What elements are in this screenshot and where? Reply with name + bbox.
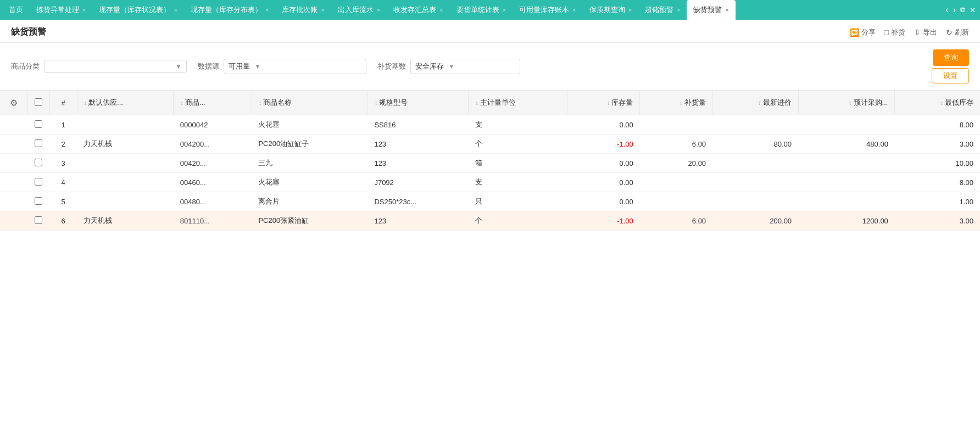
row-checkbox-1[interactable] [35, 139, 42, 147]
tab-close-expiry-query[interactable]: × [628, 7, 632, 13]
tab-inventory-dist[interactable]: 现存量（库存分布表）× [184, 0, 275, 20]
row-check-0 [27, 115, 49, 135]
tab-home[interactable]: 首页 [2, 0, 30, 20]
tab-label-home: 首页 [9, 5, 23, 15]
row-setting-4 [0, 192, 27, 211]
row-name-3: 火花塞 [252, 173, 368, 192]
row-unit-1: 个 [469, 135, 567, 154]
row-setting-0 [0, 115, 27, 135]
row-latest-price-3 [712, 173, 798, 192]
th-stock[interactable]: 库存量 [567, 91, 640, 115]
row-checkbox-4[interactable] [35, 197, 42, 205]
row-latest-price-0 [712, 115, 798, 135]
tab-close-order-stats[interactable]: × [503, 7, 506, 13]
row-setting-1 [0, 135, 27, 154]
datasource-select[interactable]: 可用量 ▼ [224, 59, 366, 74]
th-spec[interactable]: 规格型号 [368, 91, 468, 115]
row-replenish-qty-3 [640, 173, 712, 192]
replenish-icon: □ [884, 28, 889, 37]
tab-inout-flow[interactable]: 出入库流水× [331, 0, 387, 20]
datasource-filter-group: 数据源 可用量 ▼ [198, 59, 366, 74]
tab-close-all-btn[interactable]: ✕ [967, 0, 978, 20]
th-product-name[interactable]: 商品名称 [252, 91, 368, 115]
filter-bar: 商品分类 ▼ 数据源 可用量 ▼ 补货基数 安全库存 ▼ 查询 设置 [0, 43, 980, 91]
tab-restore-btn[interactable]: ⧉ [958, 0, 967, 20]
row-stock-3: 0.00 [567, 173, 640, 192]
row-stock-2: 0.00 [567, 154, 640, 173]
row-replenish-qty-2: 20.00 [640, 154, 712, 173]
th-replenish-qty[interactable]: 补货量 [640, 91, 712, 115]
row-name-2: 三九 [252, 154, 368, 173]
tab-prev-btn[interactable]: ‹ [943, 0, 950, 20]
th-latest-price[interactable]: 最新进价 [712, 91, 798, 115]
column-setting-icon[interactable]: ⚙ [7, 96, 20, 109]
row-supplier-2 [77, 154, 174, 173]
share-button[interactable]: 🔁 分享 [850, 27, 876, 37]
row-code-5: 801110... [174, 211, 252, 231]
replenish-base-value: 安全库存 [415, 61, 444, 71]
th-default-supplier[interactable]: 默认供应... [77, 91, 174, 115]
tab-overstock[interactable]: 超储预警× [638, 0, 687, 20]
th-product-code[interactable]: 商品... [174, 91, 252, 115]
tab-close-collect-summary[interactable]: × [439, 7, 443, 13]
row-min-stock-2: 10.00 [895, 154, 980, 173]
tab-close-exception[interactable]: × [82, 7, 86, 13]
row-unit-2: 箱 [469, 154, 567, 173]
th-unit[interactable]: 主计量单位 [469, 91, 567, 115]
tab-next-btn[interactable]: › [951, 0, 958, 20]
tab-shortage[interactable]: 缺货预警× [687, 0, 735, 20]
tab-label-overstock: 超储预警 [645, 5, 673, 15]
setting-button[interactable]: 设置 [932, 68, 969, 83]
row-spec-3: J7092 [368, 173, 468, 192]
tab-close-shortage[interactable]: × [725, 7, 728, 13]
th-est-purchase[interactable]: 预计采购... [798, 91, 895, 115]
export-button[interactable]: ⇩ 导出 [914, 27, 937, 37]
row-checkbox-5[interactable] [35, 216, 42, 224]
row-spec-1: 123 [368, 135, 468, 154]
th-setting: ⚙ [0, 91, 27, 115]
query-button[interactable]: 查询 [933, 49, 969, 66]
th-min-stock[interactable]: 最低库存 [895, 91, 980, 115]
row-setting-5 [0, 211, 27, 231]
row-min-stock-1: 3.00 [895, 135, 980, 154]
tab-close-inventory-status[interactable]: × [174, 7, 177, 13]
row-checkbox-0[interactable] [35, 120, 42, 128]
row-checkbox-3[interactable] [35, 178, 42, 186]
replenish-button[interactable]: □ 补货 [884, 27, 905, 37]
table-row: 5 00480... 离合片 DS250*23c... 只 0.00 1.00 [0, 192, 980, 211]
row-code-4: 00480... [174, 192, 252, 211]
tab-close-overstock[interactable]: × [677, 7, 680, 13]
row-replenish-qty-0 [640, 115, 712, 135]
row-code-1: 004200... [174, 135, 252, 154]
refresh-icon: ↻ [946, 28, 953, 37]
row-unit-5: 个 [469, 211, 567, 231]
replenish-filter-group: 补货基数 安全库存 ▼ [377, 59, 520, 74]
tab-expiry-query[interactable]: 保质期查询× [583, 0, 638, 20]
row-replenish-qty-5: 6.00 [640, 211, 712, 231]
replenish-select[interactable]: 安全库存 ▼ [410, 59, 520, 74]
refresh-button[interactable]: ↻ 刷新 [946, 27, 969, 37]
row-checkbox-2[interactable] [35, 159, 42, 166]
tab-label-inventory-dist: 现存量（库存分布表） [191, 5, 262, 15]
tab-batch-account[interactable]: 库存批次账× [275, 0, 331, 20]
category-select[interactable]: ▼ [44, 60, 187, 73]
tab-label-exception: 拣货异常处理 [36, 5, 79, 15]
row-code-3: 00460... [174, 173, 252, 192]
row-check-4 [27, 192, 49, 211]
tab-exception[interactable]: 拣货异常处理× [30, 0, 92, 20]
page-title: 缺货预警 [11, 26, 46, 38]
tab-available-ledger[interactable]: 可用量库存账本× [513, 0, 582, 20]
tab-close-available-ledger[interactable]: × [572, 7, 576, 13]
row-code-2: 00420... [174, 154, 252, 173]
share-icon: 🔁 [850, 28, 859, 37]
tab-close-inventory-dist[interactable]: × [265, 7, 269, 13]
tab-close-batch-account[interactable]: × [321, 7, 324, 13]
tab-order-stats[interactable]: 要货单统计表× [450, 0, 513, 20]
tab-close-inout-flow[interactable]: × [377, 7, 380, 13]
row-replenish-qty-4 [640, 192, 712, 211]
tab-collect-summary[interactable]: 收发存汇总表× [387, 0, 449, 20]
row-stock-1: -1.00 [567, 135, 640, 154]
category-label: 商品分类 [11, 61, 40, 71]
select-all-checkbox[interactable] [35, 98, 42, 106]
tab-inventory-status[interactable]: 现存量（库存状况表）× [92, 0, 183, 20]
